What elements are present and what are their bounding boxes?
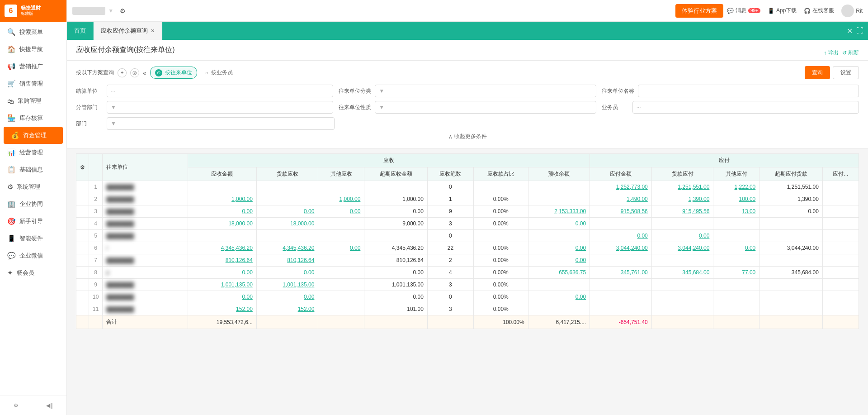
scheme-clock-icon: ○ — [205, 70, 208, 76]
ar-other-cell — [318, 230, 364, 242]
ar-loan-header: 货款应收 — [256, 167, 318, 181]
filter-field-partner-name: 往来单位名称 — [602, 85, 859, 97]
ap-more-cell — [822, 181, 859, 193]
dept-input[interactable]: ▼ — [107, 101, 333, 114]
ap-loan-cell: 1,251,551.00 — [651, 181, 713, 193]
tab-home[interactable]: 首页 — [67, 22, 94, 40]
partner-nature-input[interactable]: ▼ — [375, 101, 596, 114]
sidebar-item-quick-nav[interactable]: 🏠快捷导航 — [0, 41, 66, 58]
sidebar-item-inventory[interactable]: 🏪库存核算 — [0, 110, 66, 127]
sidebar-item-marketing[interactable]: 📢营销推广 — [0, 58, 66, 75]
settings-cell[interactable] — [76, 291, 89, 303]
sidebar-item-member[interactable]: ✦畅会员 — [0, 264, 66, 281]
filter-scheme-partner[interactable]: ⊙ 按往来单位 — [150, 67, 197, 79]
settings-cell[interactable] — [76, 193, 89, 205]
row-num-cell: 4 — [89, 218, 103, 230]
setting-button[interactable]: 设置 — [833, 66, 859, 79]
filter-scheme-salesperson[interactable]: ○ 按业务员 — [201, 67, 237, 78]
ar-count-cell: 22 — [427, 242, 473, 254]
sidebar-item-sales[interactable]: 🛒销售管理 — [0, 75, 66, 92]
settings-cell[interactable] — [76, 279, 89, 291]
header-right: 💬 消息 99+ 📱 App下载 🎧 在线客服 Rit — [727, 5, 863, 17]
settings-cell[interactable] — [76, 267, 89, 279]
partner-name-input[interactable] — [638, 85, 859, 97]
ar-amount-cell — [188, 181, 256, 193]
ap-more-cell — [822, 303, 859, 315]
ar-ratio-cell — [473, 230, 528, 242]
ar-overdue-cell: 1,001,135.00 — [364, 279, 428, 291]
app-download-btn[interactable]: 📱 App下载 — [768, 7, 797, 14]
sidebar-item-search-menu[interactable]: 🔍搜索菜单 — [0, 24, 66, 41]
ar-prepay-cell: 2,153,333.00 — [528, 205, 590, 218]
sidebar-item-basic-info[interactable]: 📋基础信息 — [0, 161, 66, 178]
ap-amount-cell: 3,044,240.00 — [590, 242, 652, 254]
table-row: 4 ▓▓▓▓▓▓▓ 18,000.00 18,000.00 9,000.00 3… — [76, 218, 859, 230]
sidebar-item-operations[interactable]: 📊经营管理 — [0, 144, 66, 161]
sidebar-label-smart-hw: 智能硬件 — [19, 234, 43, 243]
refresh-btn[interactable]: ↺ 刷新 — [842, 49, 859, 57]
sidebar-item-guide[interactable]: 🎯新手引导 — [0, 213, 66, 230]
ar-prepay-cell — [528, 230, 590, 242]
ar-prepay-cell: 0.00 — [528, 218, 590, 230]
main-wrapper: ···· ▼ ⚙ 体验行业方案 💬 消息 99+ 📱 App下载 🎧 在线客服 … — [67, 0, 868, 415]
sidebar: 6 畅捷通财 标准版 🔍搜索菜单🏠快捷导航📢营销推广🛒销售管理🛍采购管理🏪库存核… — [0, 0, 67, 415]
tab-close-icon[interactable]: ✕ — [151, 28, 155, 34]
breadcrumb-area: ···· ▼ ⚙ — [72, 5, 672, 16]
trial-solution-button[interactable]: 体验行业方案 — [675, 4, 723, 18]
settings-cell[interactable] — [76, 254, 89, 267]
department-input[interactable]: ▼ — [107, 117, 335, 130]
filter-collapse-more[interactable]: ∧ 收起更多条件 — [76, 130, 859, 143]
export-btn[interactable]: ↑ 导出 — [824, 49, 839, 57]
partner-nature-arrow: ▼ — [379, 104, 384, 110]
sidebar-label-operations: 经营管理 — [19, 148, 43, 157]
settings-cell[interactable] — [76, 230, 89, 242]
ar-prepay-cell — [528, 181, 590, 193]
filter-add-btn[interactable]: + — [118, 68, 127, 77]
filter-collapse-btn[interactable]: « — [143, 69, 146, 76]
ap-overdue-cell — [760, 303, 823, 315]
sidebar-item-finance[interactable]: 💰资金管理 — [4, 127, 63, 144]
ap-loan-cell — [651, 291, 713, 303]
table-row: 8 p 0.00 0.00 0.00 4 0.00% 655,636.75 34… — [76, 267, 859, 279]
ap-other-cell — [713, 303, 760, 315]
sidebar-collapse-btn[interactable]: ◀‖ — [42, 400, 57, 411]
ar-ratio-cell: 0.00% — [473, 303, 528, 315]
settings-cell[interactable] — [76, 181, 89, 193]
sidebar-item-enterprise[interactable]: 🏢企业协同 — [0, 196, 66, 213]
user-profile[interactable]: Rit — [841, 5, 863, 17]
query-button[interactable]: 查询 — [805, 66, 830, 79]
sidebar-item-system[interactable]: ⚙系统管理 — [0, 178, 66, 196]
filter-setting-btn[interactable]: ◎ — [130, 68, 139, 77]
tab-ar-ap[interactable]: 应收应付余额查询 ✕ — [94, 22, 162, 40]
ap-other-cell: 100.00 — [713, 193, 760, 205]
ar-other-cell: 0.00 — [318, 242, 364, 254]
settings-col-header[interactable]: ⚙ — [76, 154, 89, 181]
collapse-label: 收起更多条件 — [454, 133, 487, 140]
maximize-icon[interactable]: ⛶ — [856, 27, 863, 35]
logo-version: 标准版 — [21, 11, 41, 17]
sidebar-item-smart-hw[interactable]: 📱智能硬件 — [0, 230, 66, 247]
partner-category-input[interactable]: ▼ — [375, 85, 596, 97]
settings-cell[interactable] — [76, 218, 89, 230]
app-logo: 6 畅捷通财 标准版 — [0, 0, 66, 22]
salesperson-input[interactable]: ··· — [632, 101, 859, 114]
filter-field-partner-nature: 往来单位性质 ▼ — [339, 101, 596, 114]
settings-cell[interactable] — [76, 303, 89, 315]
ar-overdue-cell: 810,126.64 — [364, 254, 428, 267]
ap-amount-header: 应付金额 — [590, 167, 652, 181]
sidebar-item-wechat[interactable]: 💬企业微信 — [0, 247, 66, 264]
close-window-icon[interactable]: ✕ — [847, 27, 853, 35]
table-row: 10 ▓▓▓▓▓▓▓ 0.00 0.00 0.00 0 0.00% 0.00 — [76, 291, 859, 303]
sidebar-icon-finance: 💰 — [11, 131, 19, 139]
settlement-input[interactable]: ··· — [107, 85, 333, 97]
ar-overdue-cell: 0.00 — [364, 205, 428, 218]
sidebar-settings-btn[interactable]: ⚙ — [9, 400, 23, 411]
sidebar-item-purchase[interactable]: 🛍采购管理 — [0, 92, 66, 110]
table-row: 2 ▓▓▓▓▓▓▓ 1,000.00 1,000.00 1,000.00 1 0… — [76, 193, 859, 205]
settings-gear-icon[interactable]: ⚙ — [116, 5, 129, 16]
messages-btn[interactable]: 💬 消息 99+ — [727, 7, 760, 14]
ap-amount-cell: 1,490.00 — [590, 193, 652, 205]
settings-cell[interactable] — [76, 242, 89, 254]
settings-cell[interactable] — [76, 205, 89, 218]
online-service-btn[interactable]: 🎧 在线客服 — [804, 7, 834, 14]
